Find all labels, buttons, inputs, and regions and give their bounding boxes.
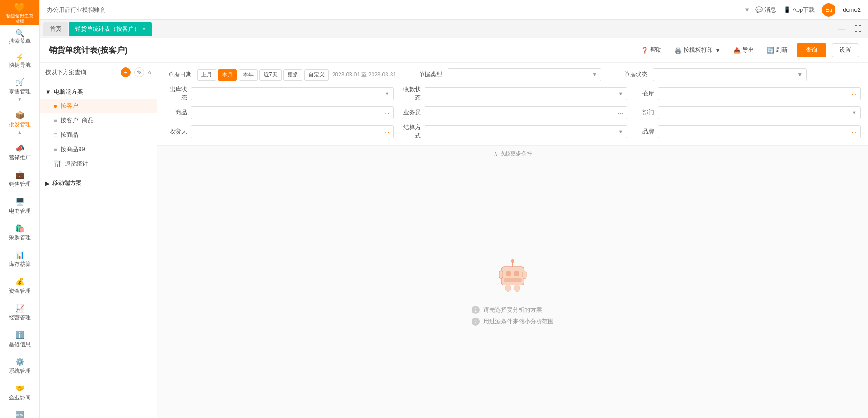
filter-receiver: 收货人 ··· [165,124,394,140]
salesman-select[interactable]: ··· [425,106,627,119]
print-button[interactable]: 🖨️ 按模板打印 ▼ [671,44,724,56]
filter-row-2: 出库状态 ▼ 收款状态 ▼ [165,86,861,102]
print-dropdown-icon[interactable]: ▼ [715,47,721,54]
marketing-icon: 📣 [15,144,24,152]
outstock-select[interactable]: ▼ [191,87,394,100]
svg-rect-7 [515,285,519,291]
page-actions: ❓ 帮助 🖨️ 按模板打印 ▼ 📤 导出 🔄 刷新 查询 设置 [637,43,859,62]
chevron-down-icon: ▼ [618,129,623,134]
sidebar-item-wholesale[interactable]: 📦 批发管理 ▲ [0,106,40,139]
add-scheme-button[interactable]: + [121,67,131,77]
tab-close-button[interactable]: × [142,26,146,32]
chevron-down-icon: ▼ [18,97,22,102]
warehouse-select[interactable]: ··· [658,87,861,100]
voucher-type-select[interactable]: ▼ [448,68,601,81]
collapse-panel-button[interactable]: « [148,69,151,76]
app-logo[interactable]: 🧡 畅捷信好生意标版 [0,0,40,25]
scheme-item-by-product[interactable]: ≡ 按商品 [40,128,157,142]
date-last-7days[interactable]: 近7天 [259,69,282,81]
more-icon: ··· [384,109,390,116]
svg-rect-0 [501,267,524,285]
scheme-item-by-customer[interactable]: ● 按客户 [40,99,157,113]
voucher-status-select[interactable]: ▼ [653,68,807,81]
date-last-month[interactable]: 上月 [197,69,216,81]
sidebar-item-retail[interactable]: 🛒 零售管理 ▼ [0,73,40,106]
tab-bar-actions: — ⛶ [835,23,864,35]
more-icon: ··· [851,128,857,135]
department-select[interactable]: ▼ [658,106,861,119]
sidebar-item-newguide[interactable]: 🆕 新手引导 [0,406,40,418]
edit-scheme-button[interactable]: ✎ [134,67,144,77]
sidebar-item-operation[interactable]: 📈 经营管理 [0,299,40,326]
minimize-button[interactable]: — [835,23,848,35]
voucher-status-label: 单据状态 [616,71,647,79]
payment-select[interactable]: ▼ [425,87,627,100]
sidebar-item-search[interactable]: 🔍 搜索菜单 [0,25,40,49]
app-download-button[interactable]: 📱 App下载 [783,6,815,14]
scheme-icon-2: ≡ [53,131,57,138]
sidebar-item-cooperation[interactable]: 🤝 企业协同 [0,380,40,406]
tab-active[interactable]: 销货单统计表（按客户） × [69,22,152,36]
export-button[interactable]: 📤 导出 [730,44,758,56]
svg-rect-5 [523,271,526,279]
download-icon: 📱 [783,6,791,13]
filter-outstock: 出库状态 ▼ [165,86,394,102]
filter-area: 单据日期 上月 本月 本年 近7天 更多 自定义 2023-03-01 至 20… [157,63,868,146]
logo-icon: 🧡 [6,1,33,13]
header-right: 💬 消息 📱 App下载 Ea demo2 [755,3,861,17]
filter-row-4: 收货人 ··· 结算方式 ▼ [165,124,861,140]
product-select[interactable]: ··· [191,106,394,119]
scheme-icon-3: ≡ [53,146,57,153]
scheme-item-return-stats[interactable]: 📊 退货统计 [40,157,157,171]
sidebar-item-purchase[interactable]: 🛍️ 采购管理 [0,219,40,246]
receiver-select[interactable]: ··· [191,125,394,138]
scheme-section-mobile: ▶ 移动端方案 [40,174,157,193]
scheme-item-product99[interactable]: ≡ 按商品99 [40,142,157,157]
filter-warehouse: 仓库 ··· [632,86,861,102]
sidebar-item-marketing[interactable]: 📣 营销推广 [0,139,40,166]
date-more[interactable]: 更多 [283,69,302,81]
scheme-icon-1: ≡ [53,117,57,124]
voucher-type-label: 单据类型 [410,71,442,79]
sidebar-item-system[interactable]: ⚙️ 系统管理 [0,353,40,380]
scheme-item-customer-product[interactable]: ≡ 按客户+商品 [40,113,157,128]
right-panel: 单据日期 上月 本月 本年 近7天 更多 自定义 2023-03-01 至 20… [157,63,868,418]
filter-brand: 品牌 ··· [632,124,861,140]
chevron-down-icon: ▼ [797,71,802,78]
filter-salesman: 业务员 ··· [398,106,627,119]
sidebar-item-ecommerce[interactable]: 🖥️ 电商管理 [0,193,40,219]
svg-rect-6 [506,285,510,291]
tab-home[interactable]: 首页 [43,22,68,36]
sidebar-item-quicknav[interactable]: ⚡ 快捷导航 [0,49,40,73]
refresh-button[interactable]: 🔄 刷新 [763,44,791,56]
scheme-group-pc[interactable]: ▼ 电脑端方案 [40,85,157,99]
empty-tip-1: 1 请先选择要分析的方案 [472,306,554,314]
query-button[interactable]: 查询 [797,43,826,57]
date-this-month[interactable]: 本月 [218,69,237,81]
date-custom[interactable]: 自定义 [304,69,329,81]
brand-select[interactable]: ··· [658,125,861,138]
avatar[interactable]: Ea [822,3,835,17]
help-button[interactable]: ❓ 帮助 [637,44,665,56]
left-panel: 按以下方案查询 + ✎ « ▼ 电脑端方案 ● 按客户 ≡ [40,63,157,418]
more-icon: ··· [851,90,857,97]
finance-icon: 💰 [15,277,24,286]
sidebar-item-basicinfo[interactable]: ℹ️ 基础信息 [0,326,40,353]
settings-button[interactable]: 设置 [832,43,859,57]
sidebar-item-inventory[interactable]: 📊 库存核算 [0,246,40,273]
active-scheme-icon: ● [53,102,57,109]
more-icon: ··· [618,109,623,116]
svg-rect-3 [504,278,522,282]
scheme-group-mobile[interactable]: ▶ 移动端方案 [40,176,157,190]
date-this-year[interactable]: 本年 [239,69,258,81]
settlement-select[interactable]: ▼ [425,125,627,138]
sidebar-item-finance[interactable]: 💰 资金管理 [0,273,40,299]
chevron-down-icon: ▼ [618,91,623,96]
collapse-filter-button[interactable]: ∧ 收起更多条件 [157,146,868,161]
print-icon: 🖨️ [675,47,682,54]
filter-department: 部门 ▼ [632,106,861,119]
message-button[interactable]: 💬 消息 [755,6,776,14]
sidebar-item-sales[interactable]: 💼 销售管理 [0,166,40,193]
maximize-button[interactable]: ⛶ [852,23,864,35]
dropdown-icon[interactable]: ▼ [744,6,750,13]
